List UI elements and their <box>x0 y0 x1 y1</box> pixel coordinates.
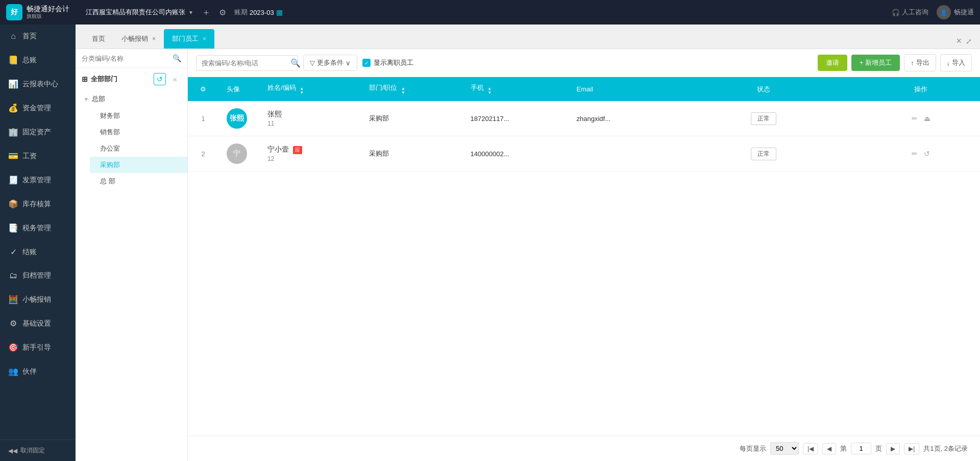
all-dept-label: 全部部门 <box>91 75 117 84</box>
dept-item-sales[interactable]: 销售部 <box>90 124 187 140</box>
partners-icon: 👥 <box>8 367 18 376</box>
sidebar-item-tax[interactable]: 📑 税务管理 <box>0 216 76 240</box>
dept-refresh-button[interactable]: ↺ <box>154 73 166 85</box>
import-icon: ↓ <box>947 59 950 67</box>
dept-search-box: 🔍 <box>76 49 187 68</box>
export-button[interactable]: ↑ 导出 <box>904 54 936 71</box>
all-dept-button[interactable]: ⊞ 全部部门 <box>82 75 117 84</box>
page-input[interactable] <box>851 443 871 454</box>
dept-item-general[interactable]: 总 部 <box>90 173 187 189</box>
tab-dept-employee-close[interactable]: × <box>203 35 206 42</box>
sidebar-item-archive[interactable]: 🗂 归档管理 <box>0 264 76 287</box>
guide-icon: 🎯 <box>8 343 18 352</box>
row-num-2: 2 <box>188 136 218 172</box>
more-filter-label: 更多条件 <box>317 58 344 67</box>
show-resigned-label: 显示离职员工 <box>374 58 413 67</box>
employee-search-input[interactable] <box>202 59 287 67</box>
prev-page-button[interactable]: ◀ <box>822 443 836 454</box>
sidebar-item-home[interactable]: ⌂ 首页 <box>0 25 76 48</box>
row-num-1: 1 <box>188 101 218 136</box>
edit-icon-2[interactable]: ✏ <box>912 150 918 158</box>
top-header: 好 畅捷通好会计 旗舰版 江西服宝精品有限责任公司内账张 ▼ ＋ ⚙ 账期 20… <box>0 0 980 25</box>
code-2: 12 <box>267 155 353 162</box>
sidebar-item-reports[interactable]: 📊 云报表中心 <box>0 72 76 96</box>
salary-icon: 💳 <box>8 151 18 161</box>
tab-dept-employee[interactable]: 部门员工 × <box>164 29 214 48</box>
sidebar-item-invoice[interactable]: 🧾 发票管理 <box>0 168 76 192</box>
check-box-icon: ✓ <box>362 59 371 67</box>
service-button[interactable]: 🎧 人工咨询 <box>892 8 928 17</box>
first-page-button[interactable]: |◀ <box>803 443 818 454</box>
invite-button[interactable]: 邀请 <box>818 55 847 71</box>
export-label: 导出 <box>916 58 929 67</box>
sidebar-item-inventory[interactable]: 📦 库存核算 <box>0 192 76 216</box>
header-settings-icon[interactable]: ⚙ <box>215 6 230 19</box>
page-content: 🔍 ⊞ 全部部门 ↺ « ▼ 总部 <box>76 49 980 461</box>
col-actions: 操作 <box>862 77 980 101</box>
name-1: 张熙 <box>267 110 353 119</box>
import-button[interactable]: ↓ 导入 <box>940 54 972 71</box>
edit-icon-1[interactable]: ✏ <box>912 114 918 123</box>
avatar-gray-2: 宁 <box>227 143 247 164</box>
app-logo-icon: 好 <box>6 4 22 20</box>
tab-dept-employee-label: 部门员工 <box>172 34 199 43</box>
col-avatar: 头像 <box>218 77 259 101</box>
sidebar-item-checkout[interactable]: ✓ 结账 <box>0 240 76 264</box>
dept-item-purchase[interactable]: 采购部 <box>90 157 187 173</box>
dept-search-icon[interactable]: 🔍 <box>173 54 181 62</box>
dept-item-finance[interactable]: 财务部 <box>90 108 187 124</box>
page-size-label: 每页显示 <box>740 444 766 453</box>
tab-bar-close-icon[interactable]: × <box>956 36 962 46</box>
employee-search-icon[interactable]: 🔍 <box>290 58 301 68</box>
page-di-label: 第 <box>840 444 847 453</box>
add-account-button[interactable]: ＋ <box>198 4 215 20</box>
add-employee-button[interactable]: + 新增员工 <box>851 55 900 71</box>
sidebar-label-inventory: 库存核算 <box>22 200 51 209</box>
refresh-icon-2[interactable]: ↺ <box>924 150 930 158</box>
col-dept-position[interactable]: 部门/职位 ▲▼ <box>361 77 462 101</box>
sidebar-label-home: 首页 <box>22 32 37 41</box>
sidebar-item-settings[interactable]: ⚙ 基础设置 <box>0 311 76 335</box>
next-page-button[interactable]: ▶ <box>886 443 900 454</box>
dept-panel: 🔍 ⊞ 全部部门 ↺ « ▼ 总部 <box>76 49 188 461</box>
tab-bar-expand-icon[interactable]: ⤢ <box>966 37 972 45</box>
company-selector[interactable]: 江西服宝精品有限责任公司内账张 ▼ <box>82 6 198 19</box>
row-status-2: 正常 <box>665 136 862 172</box>
pin-icon: ◀◀ <box>8 447 17 454</box>
page-size-select[interactable]: 50 100 <box>770 442 799 455</box>
col-phone[interactable]: 手机 ▲▼ <box>462 77 569 101</box>
expense-icon: 🧮 <box>8 295 18 304</box>
hq-expand-icon: ▼ <box>84 96 90 102</box>
dept-search-input[interactable] <box>82 55 173 62</box>
sidebar-item-guide[interactable]: 🎯 新手引导 <box>0 335 76 359</box>
cancel-pin-button[interactable]: ◀◀ 取消固定 <box>0 440 76 461</box>
sidebar-item-partners[interactable]: 👥 伙伴 <box>0 359 76 383</box>
col-name-code[interactable]: 姓名/编码 ▲▼ <box>259 77 361 101</box>
sidebar-item-assets[interactable]: 🏢 固定资产 <box>0 120 76 144</box>
dept-collapse-button[interactable]: « <box>169 73 181 85</box>
col-email: Email <box>569 77 666 101</box>
tab-home[interactable]: 首页 <box>84 29 113 48</box>
dept-header: ⊞ 全部部门 ↺ « <box>76 68 187 90</box>
logout-icon-1[interactable]: ⏏ <box>924 114 930 123</box>
row-status-1: 正常 <box>665 101 862 136</box>
tab-expense-close[interactable]: × <box>152 35 156 42</box>
last-page-button[interactable]: ▶| <box>904 443 919 454</box>
show-resigned-checkbox[interactable]: ✓ 显示离职员工 <box>362 58 413 67</box>
tab-expense[interactable]: 小畅报销 × <box>113 29 164 48</box>
sidebar-item-ledger[interactable]: 📒 总账 <box>0 48 76 72</box>
calendar-icon[interactable]: ▦ <box>276 8 283 16</box>
dept-grid-icon: ⊞ <box>82 75 88 83</box>
sidebar-item-funds[interactable]: 💰 资金管理 <box>0 96 76 120</box>
more-filter-button[interactable]: ▽ 更多条件 ∨ <box>303 55 357 71</box>
table-header-row: ⚙ 头像 姓名/编码 ▲▼ 部门/职位 ▲▼ 手机 ▲▼ <box>188 77 980 101</box>
dept-item-office[interactable]: 办公室 <box>90 140 187 157</box>
col-settings[interactable]: ⚙ <box>188 77 218 101</box>
sidebar-item-salary[interactable]: 💳 工资 <box>0 144 76 168</box>
total-info: 共1页, 2条记录 <box>923 444 968 453</box>
badge-2: 应 <box>293 146 302 154</box>
sidebar-item-expense[interactable]: 🧮 小畅报销 <box>0 287 76 311</box>
period-label: 账期 <box>234 8 248 17</box>
user-area[interactable]: 👤 畅捷通 <box>937 5 974 19</box>
dept-node-hq-header[interactable]: ▼ 总部 <box>76 90 187 108</box>
